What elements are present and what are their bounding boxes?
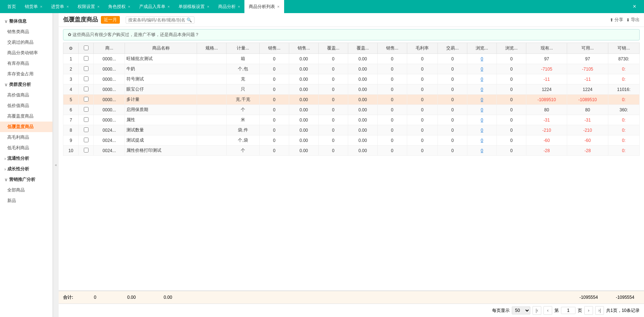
sidebar-section-overall[interactable]: ∨ 整体信息 [0,16,52,27]
col-current[interactable]: 现有... [526,43,567,54]
col-trade[interactable]: 交易... [438,43,467,54]
browse-link[interactable]: 0 [481,56,483,62]
nav-template-settings[interactable]: 单据模板设置 × [174,0,213,13]
search-icon[interactable]: 🔍 [186,17,192,23]
row-checkbox[interactable] [84,138,89,142]
sidebar-collapse-button[interactable]: « [53,13,59,317]
browse-link[interactable]: 0 [481,128,483,133]
sidebar-item-in-stock[interactable]: 有库存商品 [0,58,52,69]
nav-sales[interactable]: 销货单 × [20,0,47,13]
row-browse1[interactable]: 0 [467,74,497,84]
browse-link[interactable]: 0 [481,87,483,92]
sidebar-item-low-margin[interactable]: 低毛利商品 [0,143,52,153]
col-sales3[interactable]: 销售... [377,43,407,54]
row-checkbox[interactable] [84,66,89,71]
col-unit[interactable]: 计量... [226,43,259,54]
sidebar-section-circulation[interactable]: › 流通性分析 [0,153,52,164]
nav-home[interactable]: 首页 [3,0,20,13]
row-checkbox[interactable] [84,56,89,61]
browse-link[interactable]: 0 [481,97,483,102]
table-wrapper[interactable]: ⚙ 商... 商品名称 规格... 计量... 销售... 销售... 覆盖..… [59,43,644,290]
browse-link[interactable]: 0 [481,107,483,112]
sidebar-item-high-value[interactable]: 高价值商品 [0,90,52,100]
page-number-input[interactable] [561,307,576,314]
row-check[interactable] [79,54,94,64]
nav-goods-analysis[interactable]: 商品分析 × [214,0,244,13]
col-spec[interactable]: 规格... [197,43,227,54]
browse-link[interactable]: 0 [481,67,483,72]
nav-permissions[interactable]: 权限设置 × [73,0,104,13]
row-check[interactable] [79,135,94,146]
close-icon[interactable]: × [277,4,279,9]
col-margin[interactable]: 毛利率 [407,43,438,54]
row-checkbox[interactable] [84,97,89,102]
sidebar-item-capital[interactable]: 库存资金占用 [0,69,52,79]
row-check[interactable] [79,84,94,95]
col-sellable[interactable]: 可销... [608,43,639,54]
row-checkbox[interactable] [84,107,89,112]
row-check[interactable] [79,146,94,156]
close-icon[interactable]: × [40,4,42,9]
per-page-select[interactable]: 50 10 20 100 [512,306,530,314]
browse-link[interactable]: 0 [481,138,483,143]
close-icon[interactable]: × [207,4,209,9]
sidebar-item-high-margin[interactable]: 高毛利商品 [0,132,52,143]
close-icon[interactable]: × [168,4,170,9]
row-check[interactable] [79,125,94,135]
row-checkbox[interactable] [84,87,89,91]
share-button[interactable]: ⬆ 分享 [610,17,623,23]
nav-finished-goods[interactable]: 产成品入库单 × [135,0,174,13]
col-sales-amt[interactable]: 销售... [289,43,318,54]
nav-purchase[interactable]: 进货单 × [47,0,73,13]
row-browse1[interactable]: 0 [467,146,497,156]
sidebar-item-sales-goods[interactable]: 销售类商品 [0,27,52,37]
prev-page-button[interactable]: ‹ [543,306,552,315]
row-checkbox[interactable] [84,148,89,152]
close-icon[interactable]: × [66,4,68,9]
browse-link[interactable]: 0 [481,118,483,123]
sidebar-item-high-coverage[interactable]: 高覆盖度商品 [0,111,52,122]
browse-link[interactable]: 0 [481,77,483,82]
row-check[interactable] [79,64,94,74]
row-browse1[interactable]: 0 [467,105,497,115]
nav-roles[interactable]: 角色授权 × [104,0,134,13]
row-check[interactable] [79,115,94,125]
col-code[interactable]: 商... [94,43,125,54]
col-available[interactable]: 可用... [567,43,608,54]
row-check[interactable] [79,105,94,115]
sidebar-item-traded-goods[interactable]: 交易过的商品 [0,37,52,48]
row-browse1[interactable]: 0 [467,84,497,95]
last-page-button[interactable]: ›| [595,306,604,315]
sidebar-item-low-value[interactable]: 低价值商品 [0,100,52,111]
browse-link[interactable]: 0 [481,148,483,153]
sidebar-item-new-goods[interactable]: 新品 [0,195,52,206]
first-page-button[interactable]: |‹ [533,306,541,315]
sidebar-item-category-rate[interactable]: 商品分类动销率 [0,48,52,58]
col-cover1[interactable]: 覆盖... [318,43,348,54]
row-browse1[interactable]: 0 [467,135,497,146]
row-checkbox[interactable] [84,117,89,122]
export-button[interactable]: ⬇ 导出 [626,17,640,23]
sidebar-section-growth[interactable]: › 成长性分析 [0,164,52,174]
row-checkbox[interactable] [84,127,89,132]
close-icon[interactable]: × [97,4,99,9]
window-close-button[interactable]: × [628,0,641,13]
col-sales-qty[interactable]: 销售... [259,43,289,54]
row-browse1[interactable]: 0 [467,64,497,74]
sidebar-section-marketing[interactable]: ∨ 营销推广分析 [0,174,52,185]
col-checkbox[interactable] [79,43,94,54]
search-input[interactable] [128,17,186,23]
sidebar-item-low-coverage[interactable]: 低覆盖度商品 [0,122,52,132]
row-browse1[interactable]: 0 [467,115,497,125]
col-browse1[interactable]: 浏览... [467,43,497,54]
time-filter-button[interactable]: 近一月 [101,16,120,24]
row-browse1[interactable]: 0 [467,54,497,64]
select-all-checkbox[interactable] [84,45,89,50]
row-check[interactable] [79,95,94,105]
sidebar-item-all-goods[interactable]: 全部商品 [0,185,52,195]
close-icon[interactable]: × [238,4,240,9]
col-cover2[interactable]: 覆盖... [348,43,377,54]
col-settings[interactable]: ⚙ [63,43,79,54]
col-name[interactable]: 商品名称 [125,43,197,54]
row-browse1[interactable]: 0 [467,95,497,105]
